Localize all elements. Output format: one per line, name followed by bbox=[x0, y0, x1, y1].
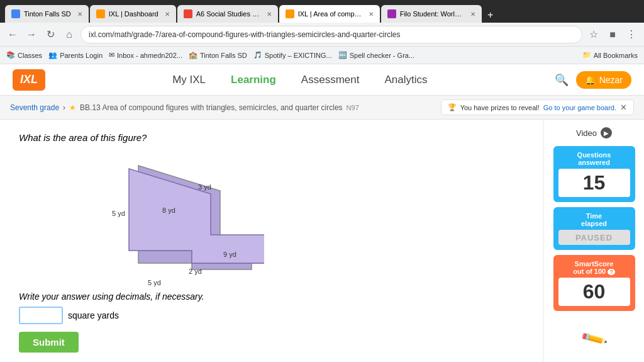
video-play-button[interactable]: ▶ bbox=[601, 127, 612, 139]
smartscore-widget: SmartScoreout of 100 ? 60 bbox=[553, 255, 635, 311]
dim-2yd-bottom: 2 yd bbox=[189, 268, 202, 275]
tab-favicon-ixl bbox=[96, 9, 105, 18]
bookmark-tinton[interactable]: 🏫 Tinton Falls SD bbox=[189, 51, 247, 59]
prize-close-button[interactable]: ✕ bbox=[620, 103, 627, 112]
problem-area: What is the area of this figure? 3 yd 8 … bbox=[0, 120, 543, 362]
address-text: ixl.com/math/grade-7/area-of-compound-fi… bbox=[89, 30, 401, 39]
bookmark-label-tinton: Tinton Falls SD bbox=[200, 52, 247, 59]
bookmark-label-all: All Bookmarks bbox=[594, 52, 638, 59]
ixl-nav: My IXL Learning Assessment Analytics bbox=[58, 74, 542, 86]
nav-my-ixl[interactable]: My IXL bbox=[172, 74, 206, 86]
tab-close-area[interactable]: ✕ bbox=[369, 11, 374, 18]
menu-button[interactable]: ⋮ bbox=[624, 27, 639, 42]
forward-button[interactable]: → bbox=[24, 27, 39, 42]
time-status: PAUSED bbox=[575, 233, 613, 242]
browser-toolbar: ← → ↻ ⌂ ixl.com/math/grade-7/area-of-com… bbox=[0, 23, 644, 47]
dim-8yd: 8 yd bbox=[162, 206, 175, 214]
ixl-logo[interactable]: IXL bbox=[13, 69, 45, 91]
address-bar[interactable]: ixl.com/math/grade-7/area-of-compound-fi… bbox=[80, 26, 582, 43]
main-figure bbox=[129, 169, 264, 263]
tab-close-filo[interactable]: ✕ bbox=[470, 11, 475, 18]
answer-unit: square yards bbox=[68, 310, 119, 320]
tab-favicon-social bbox=[184, 9, 192, 18]
smartscore-value: 60 bbox=[558, 278, 630, 306]
bookmark-label-spell: Spell checker - Gra... bbox=[350, 52, 414, 59]
tab-favicon-area bbox=[286, 9, 294, 18]
tab-favicon-filo bbox=[387, 9, 396, 18]
bookmark-classes[interactable]: 📚 Classes bbox=[6, 51, 42, 59]
bookmark-icon-classes: 📚 bbox=[6, 51, 15, 59]
tab-label-ixl-dashboard: IXL | Dashboard bbox=[109, 10, 158, 18]
bookmark-inbox[interactable]: ✉ Inbox - ahmedn202... bbox=[109, 51, 182, 59]
figure-container: 3 yd 8 yd 2 yd 3 yd 5 yd 2 yd 9 yd 5 yd bbox=[38, 153, 258, 285]
extensions-button[interactable]: ■ bbox=[605, 27, 620, 42]
tab-ixl-dashboard[interactable]: IXL | Dashboard ✕ bbox=[90, 5, 176, 23]
tab-filo[interactable]: Filo Student: World's Onl... ✕ bbox=[381, 5, 482, 23]
dim-3yd-top: 3 yd bbox=[198, 183, 211, 191]
new-tab-button[interactable]: + bbox=[483, 8, 498, 23]
bookmark-label-inbox: Inbox - ahmedn202... bbox=[117, 52, 182, 59]
smartscore-label: SmartScoreout of 100 ? bbox=[558, 260, 630, 275]
breadcrumb: Seventh grade › ★ BB.13 Area of compound… bbox=[0, 96, 644, 120]
question-text: What is the area of this figure? bbox=[19, 132, 525, 143]
answer-input[interactable] bbox=[19, 307, 63, 324]
dim-5yd-left: 5 yd bbox=[112, 210, 125, 217]
bookmark-icon-tinton: 🏫 bbox=[189, 51, 197, 59]
video-label: Video bbox=[576, 128, 597, 138]
search-button[interactable]: 🔍 bbox=[555, 73, 569, 87]
breadcrumb-code: N97 bbox=[347, 104, 359, 111]
prize-trophy-icon: 🏆 bbox=[448, 103, 457, 111]
refresh-button[interactable]: ↻ bbox=[43, 27, 58, 42]
tab-label-area: IXL | Area of compound f... bbox=[298, 10, 362, 18]
tab-social[interactable]: A6 Social Studies 2023-2 ✕ bbox=[177, 5, 278, 23]
questions-widget: Questionsanswered 15 bbox=[553, 146, 635, 202]
tab-close-social[interactable]: ✕ bbox=[267, 11, 272, 18]
breadcrumb-star-icon: ★ bbox=[69, 103, 76, 112]
nav-assessment[interactable]: Assessment bbox=[301, 74, 360, 86]
tab-tinton[interactable]: Tinton Falls SD ✕ bbox=[5, 5, 89, 23]
nav-learning[interactable]: Learning bbox=[231, 74, 276, 86]
bookmark-icon-inbox: ✉ bbox=[109, 51, 114, 59]
time-widget: Timeelapsed PAUSED bbox=[553, 207, 635, 250]
bookmark-parents[interactable]: 👥 Parents Login bbox=[48, 51, 103, 59]
compound-figure-svg: 3 yd 8 yd 2 yd 3 yd 5 yd 2 yd 9 yd 5 yd bbox=[38, 153, 264, 288]
tab-bar: Tinton Falls SD ✕ IXL | Dashboard ✕ A6 S… bbox=[0, 0, 644, 23]
star-button[interactable]: ☆ bbox=[586, 27, 601, 42]
answer-label: Write your answer using decimals, if nec… bbox=[19, 291, 525, 302]
bookmark-spotify[interactable]: 🎵 Spotify – EXICTING... bbox=[253, 51, 332, 59]
tab-close-ixl[interactable]: ✕ bbox=[165, 11, 170, 18]
smartscore-help-icon[interactable]: ? bbox=[608, 269, 615, 275]
sidebar: Video ▶ Questionsanswered 15 Timeelapsed… bbox=[543, 120, 644, 362]
tab-label-tinton: Tinton Falls SD bbox=[24, 10, 71, 18]
back-button[interactable]: ← bbox=[5, 27, 20, 42]
submit-button[interactable]: Submit bbox=[19, 332, 79, 353]
breadcrumb-sep: › bbox=[63, 103, 65, 112]
dim-9yd: 9 yd bbox=[223, 251, 236, 258]
main-content: What is the area of this figure? 3 yd 8 … bbox=[0, 120, 644, 362]
home-button[interactable]: ⌂ bbox=[62, 27, 77, 42]
bookmarks-bar: 📚 Classes 👥 Parents Login ✉ Inbox - ahme… bbox=[0, 47, 644, 64]
prize-banner: 🏆 You have prizes to reveal! Go to your … bbox=[441, 99, 634, 115]
pencil-area: ✏️ bbox=[583, 322, 605, 349]
answer-area: Write your answer using decimals, if nec… bbox=[19, 291, 525, 353]
time-widget-label: Timeelapsed bbox=[558, 212, 630, 227]
tab-close-tinton[interactable]: ✕ bbox=[77, 11, 82, 18]
breadcrumb-grade[interactable]: Seventh grade bbox=[10, 103, 59, 112]
ixl-header: IXL My IXL Learning Assessment Analytics… bbox=[0, 64, 644, 96]
bookmark-label-spotify: Spotify – EXICTING... bbox=[265, 52, 332, 59]
bookmark-all[interactable]: 📁 All Bookmarks bbox=[582, 51, 638, 59]
user-menu-button[interactable]: 🔔 Nezar bbox=[576, 71, 631, 89]
nav-analytics[interactable]: Analytics bbox=[384, 74, 427, 86]
time-status-box: PAUSED bbox=[558, 230, 630, 245]
prize-text: You have prizes to reveal! bbox=[460, 104, 540, 111]
bookmark-spell[interactable]: 🔤 Spell checker - Gra... bbox=[338, 51, 414, 59]
dim-5yd-bottom: 5 yd bbox=[148, 279, 161, 286]
user-name: Nezar bbox=[599, 75, 623, 85]
tab-label-social: A6 Social Studies 2023-2 bbox=[196, 10, 260, 18]
questions-count: 15 bbox=[558, 169, 630, 197]
prize-link[interactable]: Go to your game board. bbox=[543, 104, 616, 111]
tab-ixl-area[interactable]: IXL | Area of compound f... ✕ bbox=[279, 5, 380, 23]
bookmark-icon-spell: 🔤 bbox=[338, 51, 347, 59]
bookmark-label-parents: Parents Login bbox=[60, 52, 103, 59]
bookmark-icon-spotify: 🎵 bbox=[253, 51, 262, 59]
